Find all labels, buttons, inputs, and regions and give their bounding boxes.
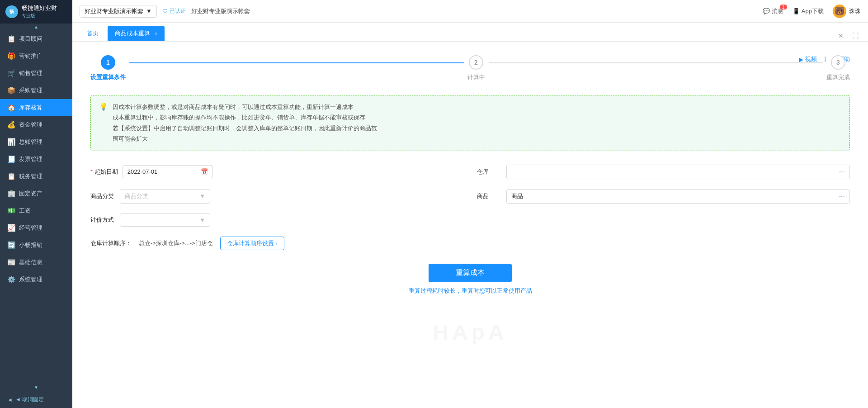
message-button[interactable]: 💬 消息 1	[763, 7, 783, 15]
step-3: 3 重算完成	[826, 55, 850, 81]
sidebar-item-project[interactable]: 📋 项目顾问	[0, 30, 72, 47]
step-2-circle: 2	[469, 55, 483, 70]
account-name: 好业财专业版演示帐套	[85, 7, 143, 15]
sidebar-item-operation[interactable]: 📈 经营管理	[0, 219, 72, 237]
sidebar-item-label: 总账管理	[19, 138, 42, 146]
sales-icon: 🛒	[7, 69, 15, 77]
sidebar-item-label: 基础信息	[19, 258, 42, 266]
salary-icon: 💵	[7, 207, 15, 215]
message-badge: 1	[780, 5, 787, 9]
sidebar-item-label: 项目顾问	[19, 35, 42, 43]
step-1: 1 设置重算条件	[90, 55, 126, 81]
sidebar-item-label: 资金管理	[19, 121, 42, 129]
sidebar-item-purchase[interactable]: 📦 采购管理	[0, 82, 72, 99]
warehouse-dots-icon[interactable]: ···	[839, 168, 845, 176]
user-profile[interactable]: 🐻 珠珠	[833, 5, 861, 18]
submit-area: 重算成本 重算过程耗时较长，重算时您可以正常使用产品	[90, 264, 850, 295]
sidebar: 畅 畅捷通好业财 专业版 ▲ 📋 项目顾问 🎁 营销推广 🛒 销售管理 📦 采购…	[0, 0, 72, 408]
sidebar-item-expense[interactable]: 🔄 小畅报销	[0, 237, 72, 254]
topbar-right: 💬 消息 1 📱 App下载 🐻 珠珠	[763, 5, 861, 18]
dropdown-arrow-icon: ▼	[146, 8, 152, 14]
start-date-input[interactable]: 2022-07-01 📅	[123, 165, 213, 178]
marketing-icon: 🎁	[7, 52, 15, 60]
verified-badge: 🛡 已认证	[162, 7, 186, 15]
warehouse-label: 仓库	[477, 168, 502, 176]
warehouse-group: 仓库 ···	[477, 165, 850, 179]
sidebar-item-marketing[interactable]: 🎁 营销推广	[0, 47, 72, 65]
price-method-group: 计价方式 ▼	[90, 213, 463, 227]
scroll-up-icon: ▲	[34, 24, 38, 29]
scroll-down-icon: ▼	[34, 385, 38, 390]
product-input[interactable]: 商品 ···	[506, 189, 850, 204]
category-label: 商品分类	[90, 192, 115, 200]
sidebar-app-title: 畅捷通好业财	[22, 5, 57, 12]
sidebar-scroll-up[interactable]: ▲	[0, 24, 72, 30]
account-selector[interactable]: 好业财专业版演示帐套 ▼	[80, 5, 157, 18]
sidebar-item-salary[interactable]: 💵 工资	[0, 202, 72, 219]
sidebar-item-basic[interactable]: 📰 基础信息	[0, 254, 72, 271]
content-area: 1 设置重算条件 2 计算中 3 重算完成 ▶ 视	[72, 42, 868, 408]
product-label: 商品	[477, 192, 502, 200]
sidebar-item-assets[interactable]: 🏢 固定资产	[0, 185, 72, 202]
warehouse-order-value: 总仓->深圳仓库->...->门店仓	[139, 239, 213, 247]
maximize-window-button[interactable]: ⛶	[850, 30, 861, 41]
category-placeholder: 商品分类	[125, 192, 148, 200]
avatar: 🐻	[833, 5, 846, 18]
step-3-label: 重算完成	[826, 73, 850, 81]
warehouse-order-btn-label: 仓库计算顺序设置 ›	[227, 239, 278, 247]
sidebar-item-label: 工资	[19, 207, 31, 215]
step-3-circle: 3	[831, 55, 845, 70]
price-method-label: 计价方式	[90, 216, 115, 224]
purchase-icon: 📦	[7, 86, 15, 95]
sidebar-item-label: 系统管理	[19, 275, 42, 284]
step-2-num: 2	[474, 59, 478, 66]
step-2: 2 计算中	[467, 55, 485, 81]
price-method-select[interactable]: ▼	[120, 213, 210, 227]
submit-hint: 重算过程耗时较长，重算时您可以正常使用产品	[409, 287, 532, 295]
warning-icon: 💡	[99, 102, 108, 111]
sidebar-item-tax[interactable]: 📋 税务管理	[0, 168, 72, 185]
product-dots-icon[interactable]: ···	[839, 192, 845, 200]
tab-home[interactable]: 首页	[80, 26, 106, 41]
main-area: 好业财专业版演示帐套 ▼ 🛡 已认证 好业财专业版演示帐套 💬 消息 1 📱 A…	[72, 0, 868, 408]
sidebar-logo: 畅	[5, 5, 18, 18]
category-select[interactable]: 商品分类 ▼	[120, 189, 210, 204]
sidebar-item-inventory[interactable]: 🏠 库存核算	[0, 99, 72, 116]
sidebar-item-label: 营销推广	[19, 52, 42, 60]
product-group: 商品 商品 ···	[477, 189, 850, 204]
close-window-button[interactable]: ✕	[835, 30, 846, 41]
recalculate-button[interactable]: 重算成本	[429, 264, 512, 282]
warehouse-order-settings-button[interactable]: 仓库计算顺序设置 ›	[220, 237, 284, 250]
form-row-3: 计价方式 ▼	[90, 213, 850, 227]
info-content: 因成本计算参数调整，或是对商品成本有疑问时，可以通过成本重算功能，重新计算一遍成…	[113, 102, 377, 144]
expense-icon: 🔄	[7, 241, 15, 249]
sidebar-item-sales[interactable]: 🛒 销售管理	[0, 65, 72, 82]
warehouse-input[interactable]: ···	[506, 165, 850, 179]
sidebar-item-finance[interactable]: 💰 资金管理	[0, 116, 72, 133]
info-line-3: 若【系统设置】中启用了自动调整记账日期时，会调整入库单的整单记账日期，因此重新计…	[113, 123, 377, 133]
unpin-label: ◄ 取消固定	[15, 396, 44, 403]
sidebar-item-label: 固定资产	[19, 190, 42, 198]
category-group: 商品分类 商品分类 ▼	[90, 189, 463, 204]
start-date-label: 起始日期	[90, 168, 118, 176]
sidebar-item-label: 经营管理	[19, 224, 42, 232]
sidebar-item-invoice[interactable]: 🧾 发票管理	[0, 151, 72, 168]
app-download-button[interactable]: 📱 App下载	[793, 7, 824, 15]
sidebar-item-label: 库存核算	[19, 104, 42, 112]
basic-icon: 📰	[7, 258, 15, 266]
step-1-label: 设置重算条件	[90, 73, 126, 81]
product-placeholder: 商品	[511, 192, 523, 200]
tab-cost-recalc[interactable]: 商品成本重算 ×	[108, 26, 165, 41]
sidebar-item-accounting[interactable]: 📊 总账管理	[0, 133, 72, 151]
video-button[interactable]: ▶ 视频	[799, 55, 817, 63]
watermark: HApA	[433, 320, 507, 345]
sidebar-item-label: 销售管理	[19, 69, 42, 77]
tab-close-icon[interactable]: ×	[155, 31, 157, 36]
sidebar-scroll-down[interactable]: ▼	[0, 384, 72, 391]
sidebar-item-system[interactable]: ⚙️ 系统管理	[0, 271, 72, 288]
sidebar-item-label: 税务管理	[19, 172, 42, 180]
project-icon: 📋	[7, 35, 15, 43]
sidebar-unpin-button[interactable]: ◄ ◄ 取消固定	[0, 391, 72, 408]
app-download-label: App下载	[802, 7, 824, 15]
unpin-icon: ◄	[7, 397, 13, 403]
